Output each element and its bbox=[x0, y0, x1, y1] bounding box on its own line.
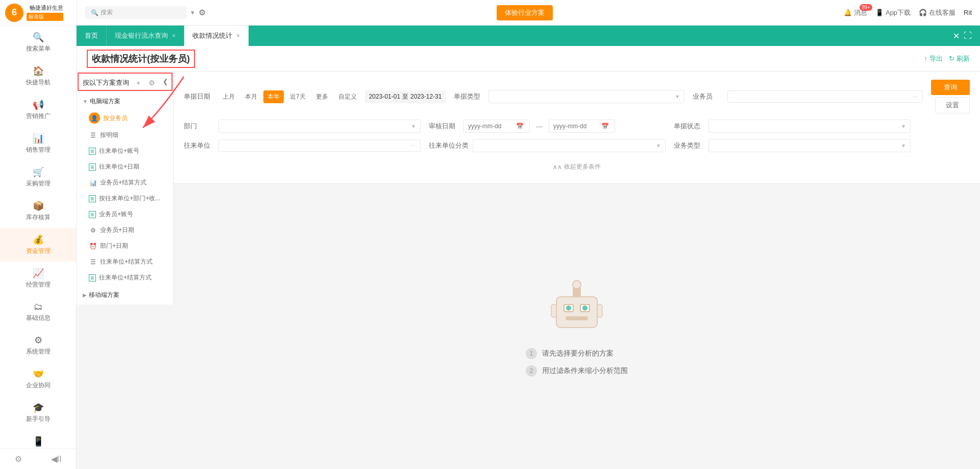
filter-date-item: 单据日期 上月 本月 本年 近7天 更多 自定义 2023-01-01 至 bbox=[184, 90, 446, 103]
scheme-item-by-detail[interactable]: ☰ 按明细 bbox=[77, 127, 173, 143]
tab-collect[interactable]: 收款情况统计 × bbox=[184, 26, 249, 46]
page-actions: ↑ 导出 ↻ 刷新 bbox=[924, 54, 970, 63]
partner-category-select[interactable]: ▾ bbox=[473, 139, 666, 152]
scheme-item-by-salesman[interactable]: 👤 按业务员 bbox=[77, 109, 173, 127]
scheme-item-partner-dept[interactable]: ⊞ 按往来单位+部门+收... bbox=[77, 191, 173, 206]
gear-icon[interactable]: ⚙ bbox=[199, 8, 206, 17]
sidebar-item-sales[interactable]: 📊 销售管理 bbox=[0, 127, 76, 160]
salesman-select[interactable]: ··· bbox=[727, 90, 923, 103]
enterprise-icon: 🤝 bbox=[33, 368, 44, 380]
scheme-item-partner-account[interactable]: ⊞ 往来单位+账号 bbox=[77, 143, 173, 159]
purchase-icon: 🛒 bbox=[33, 167, 44, 178]
placeholder-steps: 1 请先选择要分析的方案 2 用过滤条件来缩小分析范围 bbox=[526, 348, 628, 377]
doctype-dropdown-icon: ▾ bbox=[676, 93, 679, 100]
review-date-from-field[interactable] bbox=[468, 123, 514, 130]
scheme-item-salesman-settle[interactable]: 📊 业务员+结算方式 bbox=[77, 175, 173, 191]
custom-btn[interactable]: 自定义 bbox=[334, 90, 361, 103]
scheme-icon: ⊞ bbox=[89, 163, 96, 171]
svg-point-3 bbox=[566, 306, 571, 311]
tab-bank[interactable]: 现金银行流水查询 × bbox=[107, 26, 184, 46]
filter-row-3: 往来单位 ··· 往来单位分类 ▾ 业务 bbox=[184, 139, 970, 152]
scheme-item-partner-settle2[interactable]: ⊞ 往来单位+结算方式 bbox=[77, 270, 173, 286]
sidebar-item-purchase[interactable]: 🛒 采购管理 bbox=[0, 160, 76, 194]
doctype-label: 单据类型 bbox=[454, 92, 484, 101]
doctype-select[interactable]: ▾ bbox=[488, 90, 684, 103]
trial-button[interactable]: 体验行业方案 bbox=[497, 5, 553, 20]
sidebar-item-hardware[interactable]: 📱 智能硬件 bbox=[0, 430, 76, 449]
search-dropdown-icon[interactable]: ▾ bbox=[191, 9, 194, 16]
export-button[interactable]: ↑ 导出 bbox=[924, 54, 943, 63]
partner-select[interactable]: ··· bbox=[218, 139, 421, 152]
sidebar-item-marketing[interactable]: 📢 营销推广 bbox=[0, 93, 76, 127]
scheme-item-salesman-date[interactable]: ⚙ 业务员+日期 bbox=[77, 222, 173, 238]
collapse-filter-button[interactable]: ∧∧ 收起更多条件 bbox=[184, 158, 970, 175]
docstatus-dropdown-icon: ▾ bbox=[902, 123, 905, 130]
scheme-item-label: 业务员+账号 bbox=[99, 210, 133, 219]
scheme-icon: ⏰ bbox=[89, 242, 97, 250]
sidebar-item-enterprise[interactable]: 🤝 企业协同 bbox=[0, 362, 76, 396]
sidebar-item-basic[interactable]: 🗂 基础信息 bbox=[0, 295, 76, 329]
filter-row-2: 部门 ▾ 审核日期 📅 — bbox=[184, 120, 970, 133]
biz-type-select[interactable]: ▾ bbox=[708, 139, 911, 152]
close-all-tabs-icon[interactable]: ✕ bbox=[953, 31, 960, 41]
prev-month-btn[interactable]: 上月 bbox=[218, 90, 239, 103]
scheme-group-mobile-title[interactable]: ▶ 移动端方案 bbox=[77, 288, 173, 302]
sidebar-item-system[interactable]: ⚙ 系统管理 bbox=[0, 329, 76, 362]
active-scheme-icon: 👤 bbox=[89, 112, 100, 124]
scheme-setting-icon[interactable]: ⚙ bbox=[146, 78, 157, 88]
svg-rect-5 bbox=[566, 316, 588, 320]
sidebar-item-search[interactable]: 🔍 搜索菜单 bbox=[0, 26, 76, 59]
scheme-item-label: 往来单位+账号 bbox=[99, 147, 139, 155]
scheme-icon: ☰ bbox=[89, 131, 97, 139]
collapse-sidebar-icon[interactable]: ◀II bbox=[51, 454, 62, 464]
hardware-icon: 📱 bbox=[33, 436, 44, 447]
scheme-item-dept-date[interactable]: ⏰ 部门+日期 bbox=[77, 238, 173, 254]
filter-row-1: 单据日期 上月 本月 本年 近7天 更多 自定义 2023-01-01 至 bbox=[184, 80, 970, 113]
search-box[interactable]: 🔍 搜索 bbox=[85, 6, 187, 19]
sidebar-item-quicknav[interactable]: 🏠 快捷导航 bbox=[0, 59, 76, 93]
marketing-icon: 📢 bbox=[33, 99, 44, 110]
this-year-btn[interactable]: 本年 bbox=[263, 90, 284, 103]
logo-text: 畅捷通好生意 bbox=[30, 4, 63, 11]
sidebar-item-guide[interactable]: 🎓 新手引导 bbox=[0, 396, 76, 430]
service-icon: 🎧 bbox=[919, 9, 927, 16]
scheme-item-label: 业务员+结算方式 bbox=[100, 178, 146, 187]
docstatus-select[interactable]: ▾ bbox=[708, 120, 911, 133]
logo-area: 6 畅捷通好生意 标准版 bbox=[0, 0, 76, 26]
tab-home[interactable]: 首页 bbox=[77, 26, 107, 46]
tab-collect-close-icon[interactable]: × bbox=[236, 32, 240, 39]
sidebar-item-operation[interactable]: 📈 经营管理 bbox=[0, 262, 76, 295]
tab-collect-label: 收款情况统计 bbox=[192, 31, 232, 40]
inventory-icon: 📦 bbox=[33, 200, 44, 212]
query-button[interactable]: 查询 bbox=[931, 80, 970, 95]
settings-bottom-icon[interactable]: ⚙ bbox=[15, 454, 22, 464]
filter-biz-type-item: 业务类型 ▾ bbox=[674, 139, 911, 152]
tab-bank-close-icon[interactable]: × bbox=[172, 32, 176, 39]
refresh-button[interactable]: ↻ 刷新 bbox=[949, 54, 970, 63]
dept-select[interactable]: ▾ bbox=[218, 120, 421, 133]
more-btn[interactable]: 更多 bbox=[312, 90, 332, 103]
fullscreen-icon[interactable]: ⛶ bbox=[964, 31, 972, 40]
settings-button[interactable]: 设置 bbox=[935, 97, 970, 113]
sidebar: 6 畅捷通好生意 标准版 🔍 搜索菜单 🏠 快捷导航 📢 营销推广 📊 销售管理… bbox=[0, 0, 77, 469]
scheme-item-salesman-account[interactable]: ⊞ 业务员+账号 bbox=[77, 206, 173, 222]
scheme-item-partner-settle1[interactable]: ☰ 往来单位+结算方式 bbox=[77, 254, 173, 270]
review-date-to-input[interactable]: 📅 bbox=[549, 120, 615, 133]
search-icon: 🔍 bbox=[33, 32, 44, 43]
scheme-item-partner-date[interactable]: ⊞ 往来单位+日期 bbox=[77, 159, 173, 175]
app-download-button[interactable]: 📱 App下载 bbox=[875, 8, 911, 17]
step-num-2: 2 bbox=[526, 365, 537, 377]
service-button[interactable]: 🎧 在线客服 bbox=[919, 8, 955, 17]
notify-button[interactable]: 🔔 消息 99+ bbox=[844, 8, 867, 17]
sidebar-item-finance[interactable]: 💰 资金管理 bbox=[0, 228, 76, 262]
scheme-collapse-button[interactable]: 《 bbox=[160, 78, 167, 87]
this-month-btn[interactable]: 本月 bbox=[241, 90, 261, 103]
user-label[interactable]: Rit bbox=[964, 9, 972, 16]
scheme-item-label: 往来单位+结算方式 bbox=[100, 257, 153, 266]
review-date-to-field[interactable] bbox=[553, 123, 599, 130]
add-scheme-button[interactable]: + bbox=[133, 78, 143, 88]
review-date-from-input[interactable]: 📅 bbox=[463, 120, 530, 133]
sidebar-item-inventory[interactable]: 📦 库存核算 bbox=[0, 194, 76, 228]
last7days-btn[interactable]: 近7天 bbox=[286, 90, 310, 103]
scheme-group-desktop-title[interactable]: ▼ 电脑端方案 bbox=[77, 94, 173, 109]
